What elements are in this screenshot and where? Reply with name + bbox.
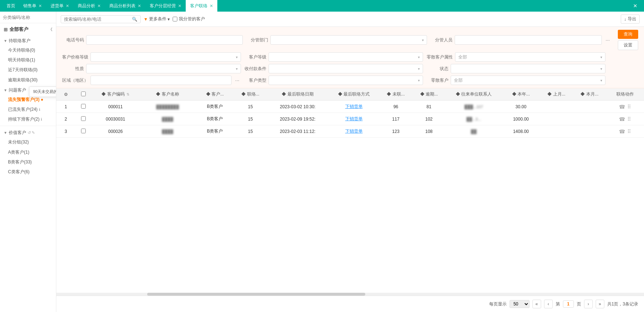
settings-button[interactable]: 设置 (618, 40, 638, 50)
row2-code: 00030031 (92, 113, 139, 125)
status-select[interactable]: ▾ (451, 64, 605, 73)
row1-seq: 1 (56, 101, 75, 113)
nav-sales[interactable]: 销售单 ✕ (19, 0, 46, 12)
export-button[interactable]: ↓ 导出 (621, 15, 640, 24)
row1-checkbox[interactable] (75, 101, 92, 113)
col-settings[interactable]: ⚙ (56, 88, 75, 101)
col-checkbox-header[interactable] (75, 88, 92, 101)
nav-product-analysis-list[interactable]: 商品分析列表 ✕ (105, 0, 145, 12)
nav-customer-layer-close[interactable]: ✕ (178, 4, 181, 8)
toolbar-search-icon[interactable]: 🔍 (132, 17, 137, 22)
sidebar-item-declining[interactable]: 持续下滑客户(2) ℹ (0, 114, 56, 124)
row1-way-link[interactable]: 下销货单 (345, 104, 363, 109)
sidebar-item-week-pending[interactable]: 近7天待联络(0) (0, 65, 56, 75)
row3-overdue: 108 (412, 125, 446, 138)
code-sort-icon: ⇅ (126, 92, 129, 96)
row3-more-icon[interactable]: ⠿ (627, 129, 631, 134)
nav-customer-contact[interactable]: 客户联络 ✕ (186, 0, 217, 12)
nav-product-analysis-list-close[interactable]: ✕ (138, 4, 141, 8)
page-label: 页 (577, 301, 581, 307)
sidebar-item-ungroup[interactable]: 未分组(32) (0, 137, 56, 147)
row3-action: ☎ ⠿ (606, 125, 644, 138)
row3-phone-icon[interactable]: ☎ (619, 129, 625, 134)
sidebar-search-container: 🔍 (0, 12, 56, 23)
col-contact-header: ◆ 联络... (234, 88, 267, 101)
row2-last-contact-date: 2023-02-09 19:52: (267, 113, 328, 125)
query-button[interactable]: 查询 (618, 30, 638, 39)
region-dots[interactable]: ··· (234, 77, 241, 83)
customer-type-select[interactable]: ▾ (269, 76, 423, 85)
last-page-button[interactable]: » (596, 300, 604, 308)
prev-page-button[interactable]: ‹ (544, 300, 553, 308)
my-customers-checkbox[interactable] (173, 17, 177, 21)
nav-product-analysis[interactable]: 商品分析 ✕ (73, 0, 105, 12)
nav-product-analysis-close[interactable]: ✕ (97, 4, 101, 8)
row3-checkbox[interactable] (75, 125, 92, 138)
edit-icon[interactable]: ✎ (32, 130, 35, 135)
toolbar-search-container: 🔍 (61, 15, 141, 23)
filter-retail-attr: 零散客户属性 全部 ▾ (427, 52, 605, 62)
row2-way-link[interactable]: 下销货单 (345, 116, 363, 121)
pending-arrow-icon: ▼ (4, 39, 7, 43)
sidebar-item-type-c[interactable]: C类客户(6) (0, 167, 56, 177)
person-select[interactable] (455, 35, 602, 45)
filter-more-button[interactable]: ▼ 更多条件 ▾ (144, 16, 170, 22)
next-page-button[interactable]: › (584, 300, 593, 308)
nav-sales-close[interactable]: ✕ (39, 4, 42, 8)
row1-last-contact-way: 下销货单 (329, 101, 379, 113)
scrollbar-thumb[interactable] (147, 293, 365, 296)
nav-purchase-close[interactable]: ✕ (66, 4, 69, 8)
sidebar-search-input[interactable] (3, 15, 56, 20)
retail-customer-select[interactable]: 全部 ▾ (451, 76, 605, 85)
problem-arrow-icon: ▼ (4, 88, 7, 92)
sidebar-item-today-pending[interactable]: 今天待联络(0) (0, 45, 56, 55)
horizontal-scrollbar[interactable] (56, 293, 644, 296)
nav-home[interactable]: 首页 (3, 0, 19, 12)
customer-level-select[interactable]: ▾ (269, 52, 423, 62)
nav-customer-contact-close[interactable]: ✕ (210, 4, 213, 8)
phone-input[interactable] (86, 35, 243, 45)
col-this-month-header: ◆ 本月... (573, 88, 606, 101)
page-number-input[interactable] (563, 300, 574, 308)
toolbar-search-input[interactable] (64, 17, 132, 22)
nav-customer-layer[interactable]: 客户分层经营 ✕ (145, 0, 186, 12)
price-level-select[interactable]: ▾ (90, 52, 241, 62)
retail-attr-select[interactable]: 全部 ▾ (455, 52, 605, 62)
row1-code: 000011 (92, 101, 139, 113)
page-size-select[interactable]: 50 100 (510, 300, 530, 308)
table-header-row: ⚙ ◆ 客户编码 ⇅ ◆ 客户名称 (56, 88, 644, 101)
sidebar: 🔍 ⊞ 全部客户 《 ▼ 待联络客户 今天待联络(0) 明天待联络(1) 近7天… (0, 12, 56, 312)
sidebar-group-value[interactable]: ▼ 价值客户 ↺ ✎ (0, 127, 56, 137)
grid-icon: ⊞ (4, 27, 8, 32)
row1-unit-contact: ███...107 (446, 101, 502, 113)
dept-select[interactable]: ▾ (270, 35, 427, 45)
sidebar-all-customers[interactable]: ⊞ 全部客户 《 (0, 23, 56, 36)
nature-select[interactable]: ▾ (86, 64, 241, 73)
sidebar-item-overdue-pending[interactable]: 逾期未联络(30) (0, 75, 56, 85)
sidebar-item-tomorrow-pending[interactable]: 明天待联络(1) (0, 55, 56, 65)
nav-purchase[interactable]: 进货单 ✕ (46, 0, 73, 12)
sidebar-item-type-a[interactable]: A类客户(1) (0, 147, 56, 157)
retail-customer-arrow: ▾ (600, 78, 602, 82)
row1-phone-icon[interactable]: ☎ (619, 104, 625, 110)
person-dots[interactable]: ··· (604, 37, 611, 43)
select-all-checkbox[interactable] (81, 92, 86, 96)
sidebar-group-pending[interactable]: ▼ 待联络客户 (0, 36, 56, 45)
sidebar-item-already-lost[interactable]: 已流失客户(24) ℹ (0, 105, 56, 114)
region-input[interactable] (90, 76, 232, 85)
refresh-icon[interactable]: ↺ (28, 130, 31, 135)
row1-more-icon[interactable]: ⠿ (627, 104, 631, 110)
window-close-button[interactable]: ✕ (629, 3, 641, 9)
sidebar-collapse-btn[interactable]: 《 (48, 27, 52, 32)
filter-nature: 性质 ▾ (62, 64, 241, 73)
toolbar: 🔍 ▼ 更多条件 ▾ 我分管的客户 ↓ 导出 (56, 12, 644, 27)
first-page-button[interactable]: « (532, 300, 541, 308)
my-customers-checkbox-container[interactable]: 我分管的客户 (173, 16, 205, 22)
row2-checkbox[interactable] (75, 113, 92, 125)
sidebar-item-type-b[interactable]: B类客户(33) (0, 157, 56, 167)
row3-way-link[interactable]: 下销货单 (345, 129, 363, 134)
row3-this-year: 1408.00 (502, 125, 540, 138)
payment-select[interactable]: ▾ (269, 64, 423, 73)
row2-more-icon[interactable]: ⠿ (627, 116, 631, 122)
row2-phone-icon[interactable]: ☎ (619, 116, 625, 122)
